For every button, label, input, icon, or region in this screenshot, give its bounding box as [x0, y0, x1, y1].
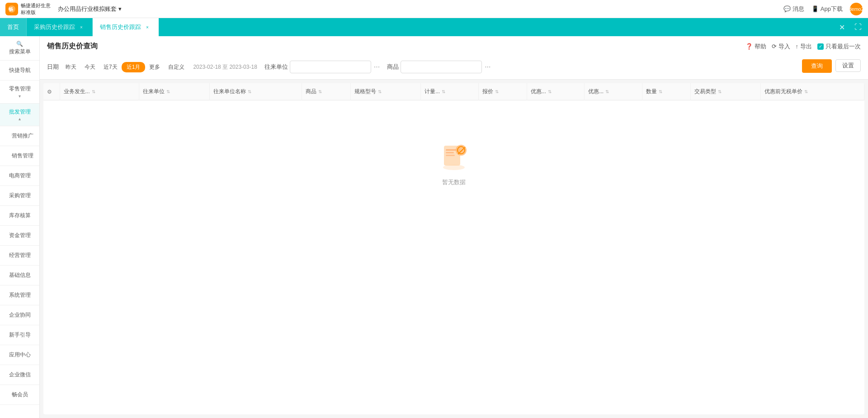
data-table: ⚙ 业务发生... ⇅ 往来单位 ⇅	[43, 83, 864, 223]
show-last-checkbox[interactable]	[817, 43, 824, 50]
page-title-row: 销售历史价查询 ❓ 帮助 ⟳ 导入 ↑ 导出	[47, 42, 861, 51]
fullscreen-button[interactable]: ⛶	[852, 21, 864, 33]
date-range-text: 2023-02-18 至 2023-03-18	[193, 64, 257, 70]
th-trade-type[interactable]: 交易类型 ⇅	[690, 83, 761, 100]
date-btn-yesterday[interactable]: 昨天	[61, 62, 80, 72]
chevron-down-icon: ▾	[118, 5, 122, 12]
page-header: 销售历史价查询 ❓ 帮助 ⟳ 导入 ↑ 导出	[40, 36, 868, 80]
th-partner-name[interactable]: 往来单位名称 ⇅	[210, 83, 302, 100]
download-icon: 📱	[811, 5, 819, 12]
sidebar-item-retail[interactable]: 零售管理 ▾	[0, 81, 39, 104]
goods-input[interactable]	[401, 61, 482, 73]
sidebar-item-sales-mgmt[interactable]: 销售管理	[0, 146, 39, 166]
sidebar-item-wechat[interactable]: 企业微信	[0, 365, 39, 385]
goods-label: 商品	[387, 63, 399, 71]
sidebar-item-purchase[interactable]: 采购管理	[0, 186, 39, 206]
empty-illustration	[436, 137, 472, 173]
svg-rect-4	[446, 149, 457, 151]
svg-rect-5	[446, 152, 454, 153]
empty-state: 暂无数据	[43, 100, 864, 223]
sort-icon-discount2: ⇅	[605, 89, 609, 94]
tab-home[interactable]: 首页	[0, 18, 27, 36]
table-area: ⚙ 业务发生... ⇅ 往来单位 ⇅	[43, 83, 864, 414]
svg-rect-6	[446, 155, 455, 156]
logo-icon: 畅	[5, 3, 18, 15]
sidebar-item-quick-nav[interactable]: 快捷导航	[0, 61, 39, 81]
table-settings-icon[interactable]: ⚙	[47, 89, 52, 95]
th-partner-code[interactable]: 往来单位 ⇅	[139, 83, 210, 100]
sidebar-item-member[interactable]: 畅会员	[0, 385, 39, 405]
th-goods[interactable]: 商品 ⇅	[302, 83, 350, 100]
home-tab-label: 首页	[7, 23, 19, 31]
partner-filter-group: 往来单位 ···	[264, 61, 380, 73]
partner-dots-button[interactable]: ···	[374, 63, 380, 71]
sidebar-item-search[interactable]: 🔍 搜索菜单	[0, 36, 39, 61]
sidebar-item-basic-info[interactable]: 基础信息	[0, 266, 39, 285]
app-selector-label: 办公用品行业模拟账套	[58, 5, 117, 13]
sidebar-item-operations[interactable]: 经营管理	[0, 246, 39, 266]
sidebar-item-system[interactable]: 系统管理	[0, 285, 39, 305]
goods-dots-button[interactable]: ···	[485, 63, 491, 71]
main-layout: 🔍 搜索菜单 快捷导航 零售管理 ▾ 批发管理 ▴ 营销推广 销售管理 电商管理…	[0, 36, 868, 418]
sort-icon-quantity: ⇅	[659, 89, 662, 94]
sales-history-tab-label: 销售历史价跟踪	[100, 23, 141, 31]
th-pretax-price[interactable]: 优惠前无税单价 ⇅	[761, 83, 864, 100]
th-unit[interactable]: 计量... ⇅	[421, 83, 478, 100]
sidebar-item-ecommerce[interactable]: 电商管理	[0, 166, 39, 186]
help-button[interactable]: ❓ 帮助	[745, 43, 766, 51]
th-spec[interactable]: 规格型号 ⇅	[350, 83, 421, 100]
date-btn-last7[interactable]: 近7天	[99, 62, 122, 72]
tab-bar-actions: ✕ ⛶	[835, 21, 868, 33]
top-bar-left: 畅 畅捷通好生意 标准版 办公用品行业模拟账套 ▾	[5, 2, 125, 15]
th-biz-date[interactable]: 业务发生... ⇅	[60, 83, 139, 100]
date-btn-custom[interactable]: 自定义	[164, 62, 189, 72]
app-download-button[interactable]: 📱 App下载	[811, 5, 843, 13]
sidebar-item-guide[interactable]: 新手引导	[0, 325, 39, 345]
th-discount2[interactable]: 优惠... ⇅	[585, 83, 642, 100]
sort-icon-discount1: ⇅	[548, 89, 552, 94]
sidebar-item-app-center[interactable]: 应用中心	[0, 345, 39, 365]
close-all-tabs-button[interactable]: ✕	[835, 21, 848, 33]
tab-purchase-history[interactable]: 采购历史价跟踪 ×	[27, 18, 93, 36]
close-sales-history-tab[interactable]: ×	[144, 24, 151, 31]
avatar: demo2	[850, 3, 863, 15]
sort-icon-pretax-price: ⇅	[804, 89, 808, 94]
import-button[interactable]: ⟳ 导入	[772, 43, 790, 51]
date-label: 日期	[47, 63, 59, 71]
logo-text: 畅捷通好生意 标准版	[21, 2, 51, 15]
sidebar-item-marketing[interactable]: 营销推广	[0, 126, 39, 146]
th-price[interactable]: 报价 ⇅	[478, 83, 527, 100]
sort-icon-unit: ⇅	[442, 89, 445, 94]
show-last-checkbox-label[interactable]: 只看最后一次	[817, 43, 861, 51]
partner-input[interactable]	[290, 61, 371, 73]
close-purchase-history-tab[interactable]: ×	[78, 24, 85, 31]
import-icon: ⟳	[772, 43, 777, 50]
sort-icon-biz-date: ⇅	[92, 89, 95, 94]
date-btn-last1month[interactable]: 近1月	[122, 62, 146, 72]
sort-icon-partner-code: ⇅	[166, 89, 170, 94]
filter-row: 日期 昨天 今天 近7天 近1月 更多 自定义 2023-02-18 至 202…	[47, 56, 861, 79]
app-selector[interactable]: 办公用品行业模拟账套 ▾	[54, 3, 125, 15]
query-button[interactable]: 查询	[802, 59, 832, 73]
tab-sales-history[interactable]: 销售历史价跟踪 ×	[93, 18, 159, 36]
th-settings[interactable]: ⚙	[43, 83, 60, 100]
help-icon: ❓	[745, 43, 753, 50]
sidebar-item-enterprise[interactable]: 企业协同	[0, 305, 39, 325]
date-btn-more[interactable]: 更多	[145, 62, 164, 72]
page-actions: ❓ 帮助 ⟳ 导入 ↑ 导出 只看最后一次	[745, 43, 861, 51]
th-discount1[interactable]: 优惠... ⇅	[527, 83, 584, 100]
sidebar-item-inventory[interactable]: 库存核算	[0, 206, 39, 226]
th-quantity[interactable]: 数量 ⇅	[642, 83, 690, 100]
sort-icon-trade-type: ⇅	[718, 89, 722, 94]
empty-text: 暂无数据	[442, 178, 466, 186]
sidebar-item-finance[interactable]: 资金管理	[0, 226, 39, 246]
sidebar-item-wholesale[interactable]: 批发管理 ▴	[0, 104, 39, 127]
export-button[interactable]: ↑ 导出	[796, 43, 812, 51]
sort-icon-partner-name: ⇅	[248, 89, 251, 94]
partner-label: 往来单位	[264, 63, 288, 71]
user-area[interactable]: demo2	[850, 3, 863, 15]
retail-expand-icon: ▾	[19, 94, 21, 99]
date-btn-today[interactable]: 今天	[80, 62, 99, 72]
settings-button[interactable]: 设置	[835, 59, 861, 72]
message-button[interactable]: 💬 消息	[783, 5, 804, 13]
